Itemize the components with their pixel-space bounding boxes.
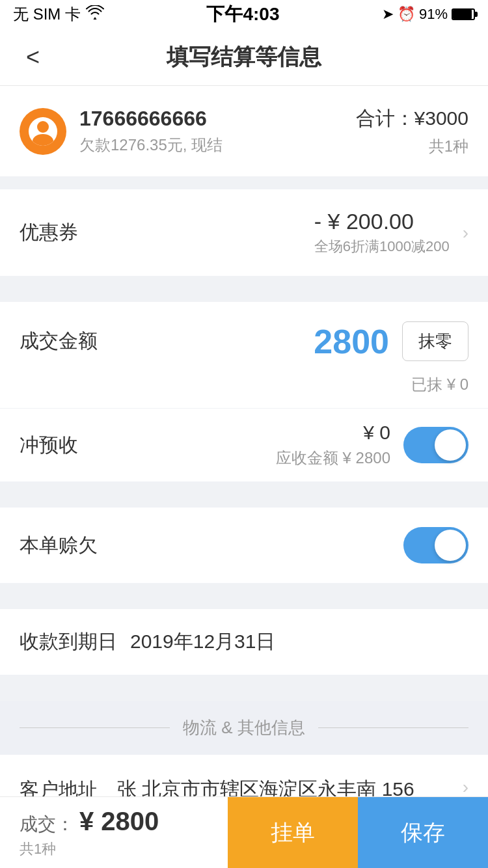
status-right: ➤ ⏰ 91% <box>382 6 475 23</box>
debt-row: 本单赊欠 <box>0 508 488 583</box>
prepay-receivable: 应收金额 ¥ 2800 <box>276 448 390 468</box>
due-date-row: 收款到期日 2019年12月31日 <box>0 609 488 675</box>
section-divider-3 <box>0 596 488 609</box>
customer-info: 17666666666 欠款1276.35元, 现结 <box>79 107 223 156</box>
battery-percent: 91% <box>419 6 448 23</box>
wifi-icon <box>86 5 104 23</box>
coupon-right: - ¥ 200.00 全场6折满1000减200 › <box>314 209 468 256</box>
main-content: 17666666666 欠款1276.35元, 现结 合计：¥3000 共1种 … <box>0 86 488 868</box>
logistics-separator: 物流 & 其他信息 <box>0 701 488 755</box>
section-divider-2 <box>0 495 488 508</box>
avatar <box>20 108 66 155</box>
total-amount: 合计：¥3000 <box>356 105 468 132</box>
coupon-label: 优惠券 <box>20 219 78 246</box>
pending-button[interactable]: 挂单 <box>228 797 358 869</box>
sim-label: 无 SIM 卡 <box>13 4 81 25</box>
bottom-count: 共1种 <box>20 839 208 859</box>
bottom-bar: 成交： ¥ 2800 共1种 挂单 保存 <box>0 796 488 868</box>
deal-label: 成交金额 <box>20 328 98 355</box>
coupon-desc: 全场6折满1000减200 <box>314 237 450 256</box>
prepay-amount-block: ¥ 0 应收金额 ¥ 2800 <box>276 422 390 468</box>
coupon-chevron-icon: › <box>463 223 468 243</box>
section-divider-1 <box>0 289 488 302</box>
erased-amount: 已抹 ¥ 0 <box>0 374 488 408</box>
debt-label: 本单赊欠 <box>20 532 98 559</box>
save-button[interactable]: 保存 <box>358 797 488 869</box>
logistics-text: 物流 & 其他信息 <box>183 716 305 739</box>
deal-section: 成交金额 2800 抹零 已抹 ¥ 0 冲预收 ¥ 0 应收金额 ¥ 2800 <box>0 302 488 481</box>
page-title: 填写结算等信息 <box>167 42 321 72</box>
debt-toggle-circle <box>435 530 466 561</box>
status-time: 下午4:03 <box>206 2 279 27</box>
logistics-line-left <box>20 727 170 728</box>
deal-row: 成交金额 2800 抹零 <box>0 302 488 374</box>
back-button[interactable]: < <box>20 37 46 77</box>
prepay-value: ¥ 0 <box>276 422 390 444</box>
coupon-discount: - ¥ 200.00 <box>314 209 450 234</box>
customer-desc: 欠款1276.35元, 现结 <box>79 135 223 156</box>
avatar-icon <box>29 117 57 146</box>
deal-amount: 2800 <box>314 322 389 361</box>
debt-toggle[interactable] <box>403 527 468 563</box>
bottom-deal-label: 成交： <box>20 812 74 837</box>
toggle-circle <box>435 429 466 461</box>
customer-phone: 17666666666 <box>79 107 223 131</box>
round-zero-button[interactable]: 抹零 <box>402 321 468 361</box>
location-icon: ➤ <box>382 6 394 23</box>
customer-card: 17666666666 欠款1276.35元, 现结 合计：¥3000 共1种 <box>0 86 488 176</box>
bottom-deal: 成交： ¥ 2800 <box>20 807 208 837</box>
prepay-row: 冲预收 ¥ 0 应收金额 ¥ 2800 <box>0 408 488 481</box>
alarm-icon: ⏰ <box>398 6 415 23</box>
coupon-row[interactable]: 优惠券 - ¥ 200.00 全场6折满1000减200 › <box>0 189 488 276</box>
address-chevron-icon: › <box>463 774 468 798</box>
bottom-summary: 成交： ¥ 2800 共1种 <box>0 807 228 859</box>
due-date-value: 2019年12月31日 <box>130 629 275 655</box>
logistics-line-right <box>318 727 468 728</box>
nav-bar: < 填写结算等信息 <box>0 29 488 86</box>
total-count: 共1种 <box>356 136 468 157</box>
customer-left: 17666666666 欠款1276.35元, 现结 <box>20 107 223 156</box>
status-left: 无 SIM 卡 <box>13 4 104 25</box>
deal-right: 2800 抹零 <box>314 321 468 361</box>
prepay-label: 冲预收 <box>20 432 78 459</box>
due-date-label: 收款到期日 <box>20 629 117 655</box>
coupon-info: - ¥ 200.00 全场6折满1000减200 <box>314 209 450 256</box>
prepay-toggle[interactable] <box>403 427 468 463</box>
section-divider-4 <box>0 688 488 701</box>
status-bar: 无 SIM 卡 下午4:03 ➤ ⏰ 91% <box>0 0 488 29</box>
battery-icon <box>452 8 475 20</box>
bottom-deal-amount: ¥ 2800 <box>79 807 159 836</box>
customer-right: 合计：¥3000 共1种 <box>356 105 468 157</box>
prepay-right: ¥ 0 应收金额 ¥ 2800 <box>276 422 468 468</box>
